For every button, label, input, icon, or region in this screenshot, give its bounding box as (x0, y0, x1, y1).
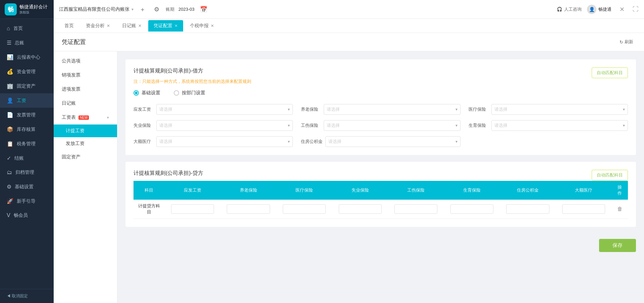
select-arrow-salary: ▾ (288, 107, 290, 112)
tab-home[interactable]: 首页 (59, 20, 79, 32)
select-maternity-insurance[interactable]: 请选择 ▾ (491, 120, 628, 131)
sidebar-item-home[interactable]: ⌂ 首页 (0, 21, 54, 36)
input-large-medical[interactable] (562, 204, 605, 214)
col-action: 操作 (611, 181, 628, 200)
settings-icon: ⚙ (7, 184, 11, 190)
close-window-button[interactable]: ✕ (620, 6, 625, 13)
sidebar-item-basic-settings[interactable]: ⚙ 基础设置 (0, 180, 54, 194)
col-unemployment: 失业保险 (332, 181, 388, 200)
cell-work-injury (388, 200, 444, 219)
field-housing-fund: 住房公积金 请选择 ▾ (301, 136, 460, 147)
chevron-down-icon: ▾ (107, 115, 109, 120)
sidebar-item-invoice-mgmt[interactable]: 📄 发票管理 (0, 108, 54, 122)
salary-icon: 👤 (7, 97, 13, 104)
auto-match-credit-button[interactable]: 自动匹配科目 (592, 170, 628, 181)
select-salary-payable[interactable]: 请选择 ▾ (156, 104, 293, 115)
input-maternity[interactable] (450, 204, 493, 214)
user-info[interactable]: 👤 畅捷通 (587, 5, 611, 14)
tab-fund-analysis[interactable]: 资金分析 ✕ (80, 20, 115, 32)
select-work-injury-insurance[interactable]: 请选择 ▾ (324, 120, 460, 131)
sidebar-item-reports[interactable]: 📊 云报表中心 (0, 50, 54, 64)
ledger-icon: ☰ (7, 40, 11, 46)
sidebar-item-closing[interactable]: ✓ 结账 (0, 151, 54, 165)
avatar: 👤 (587, 5, 596, 14)
field-salary-payable: 应发工资 请选择 ▾ (133, 104, 293, 115)
tab-journal[interactable]: 日记账 ✕ (117, 20, 147, 32)
input-pension[interactable] (227, 204, 270, 214)
sidebar-item-newbie[interactable]: 🚀 新手引导 (0, 194, 54, 208)
input-housing-fund[interactable] (506, 204, 549, 214)
auto-match-debit-button[interactable]: 自动匹配科目 (592, 67, 628, 78)
funds-icon: 💰 (7, 68, 13, 75)
sidebar-item-member[interactable]: V 畅会员 (0, 208, 54, 222)
select-arrow-large-medical: ▾ (288, 139, 290, 144)
left-menu-salary-accrual[interactable]: 计提工资 (54, 124, 117, 137)
sidebar-item-tax-mgmt[interactable]: 📋 税务管理 (0, 137, 54, 151)
left-menu-salary-table-header[interactable]: 工资表 NEW ▾ (54, 110, 117, 124)
field-label-salary-payable: 应发工资 (133, 106, 154, 112)
field-unemployment-insurance: 失业保险 请选择 ▾ (133, 120, 293, 131)
inventory-icon: 📦 (7, 126, 13, 133)
field-label-work-injury: 工伤保险 (301, 122, 321, 129)
tab-close-fund-analysis[interactable]: ✕ (107, 23, 110, 28)
left-menu-salary-payment[interactable]: 发放工资 (54, 137, 117, 150)
period-value: 2023-03 (178, 7, 195, 12)
field-label-pension: 养老保险 (301, 106, 321, 112)
radio-group: 基础设置 按部门设置 (133, 90, 628, 96)
delete-row-button[interactable]: 🗑 (617, 206, 623, 212)
left-menu-fixed-assets[interactable]: 固定资产 (54, 150, 117, 164)
select-medical-insurance[interactable]: 请选择 ▾ (491, 104, 628, 115)
select-large-medical[interactable]: 请选择 ▾ (156, 136, 293, 147)
save-area: 保存 (125, 234, 636, 257)
col-maternity: 生育保险 (444, 181, 500, 200)
radio-basic-setting[interactable]: 基础设置 (133, 90, 160, 96)
debit-section: 计提核算规则(公司承担)-借方 注：只能选择一种方式，系统将按照您当前的选择来配… (125, 59, 636, 155)
input-work-injury[interactable] (394, 204, 437, 214)
left-menu-sales-invoice[interactable]: 销项发票 (54, 68, 117, 82)
left-menu-purchase-invoice[interactable]: 进项发票 (54, 82, 117, 96)
tab-close-journal[interactable]: ✕ (138, 23, 142, 28)
cancel-pin-button[interactable]: ◀ 取消固定 (0, 289, 54, 303)
sidebar-item-fixed-assets[interactable]: 🏢 固定资产 (0, 79, 54, 93)
service-button[interactable]: 🎧 人工咨询 (557, 6, 582, 12)
company-selector[interactable]: 江西服宝精品有限责任公司内账张 ▾ (59, 6, 133, 12)
radio-dept-setting[interactable]: 按部门设置 (174, 90, 205, 96)
input-unemployment[interactable] (339, 204, 382, 214)
col-medical: 医疗保险 (276, 181, 332, 200)
archive-icon: 🗂 (7, 169, 12, 175)
sidebar-item-funds[interactable]: 💰 资金管理 (0, 64, 54, 79)
expand-button[interactable]: ⛶ (633, 6, 639, 13)
credit-table: 科目 应发工资 养老保险 医疗保险 失业保险 工伤保险 生育保险 住房公积金 大… (133, 181, 628, 219)
refresh-button[interactable]: ↻ 刷新 (617, 38, 636, 46)
avatar-icon: 👤 (589, 7, 595, 12)
calendar-button[interactable]: 📅 (199, 4, 209, 14)
field-large-medical: 大额医疗 请选择 ▾ (133, 136, 293, 147)
select-housing-fund[interactable]: 请选择 ▾ (325, 136, 460, 147)
input-medical[interactable] (283, 204, 326, 214)
field-label-large-medical: 大额医疗 (133, 139, 154, 145)
period-label: 账期 (166, 6, 174, 12)
save-button[interactable]: 保存 (599, 239, 636, 252)
field-label-unemployment: 失业保险 (133, 122, 154, 129)
content-layout: 公共选项 销项发票 进项发票 日记账 工资表 NEW (54, 51, 644, 303)
add-button[interactable]: ＋ (138, 4, 148, 14)
select-pension-insurance[interactable]: 请选择 ▾ (324, 104, 460, 115)
sidebar: 畅 畅捷通好会计 旗舰版 ⌂ 首页 ☰ 总账 📊 云报表中心 💰 资金管理 🏢 … (0, 0, 54, 303)
input-salary[interactable] (171, 204, 214, 214)
settings-button[interactable]: ⚙ (152, 4, 162, 14)
select-arrow-medical: ▾ (623, 107, 625, 112)
tab-voucher-config[interactable]: 凭证配置 ✕ (148, 20, 183, 32)
tab-tax-report[interactable]: 个税申报 ✕ (184, 20, 219, 32)
select-unemployment-insurance[interactable]: 请选择 ▾ (156, 120, 293, 131)
page-title: 凭证配置 (62, 38, 86, 46)
page-content: 凭证配置 ↻ 刷新 公共选项 销项发票 进项发票 日记账 (54, 33, 644, 303)
left-menu-public-options[interactable]: 公共选项 (54, 54, 117, 68)
sidebar-item-general-ledger[interactable]: ☰ 总账 (0, 36, 54, 50)
sidebar-item-archive[interactable]: 🗂 归档管理 (0, 165, 54, 180)
sidebar-item-inventory[interactable]: 📦 库存核算 (0, 122, 54, 137)
sidebar-item-salary[interactable]: 👤 工资 (0, 93, 54, 108)
field-pension-insurance: 养老保险 请选择 ▾ (301, 104, 460, 115)
tab-close-voucher-config[interactable]: ✕ (174, 23, 178, 28)
left-menu-journal[interactable]: 日记账 (54, 96, 117, 110)
tab-close-tax-report[interactable]: ✕ (211, 23, 214, 28)
